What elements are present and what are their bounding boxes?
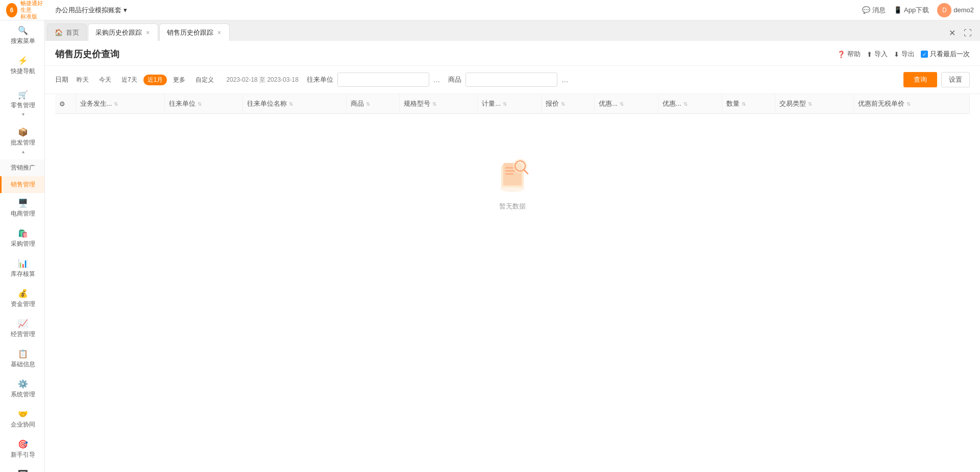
tab-sales-history[interactable]: 销售历史价跟踪 × — [159, 23, 230, 41]
partner-dots-btn[interactable]: ... — [433, 75, 440, 84]
partner-label: 往来单位 — [307, 75, 333, 84]
sidebar-item-quick-nav[interactable]: ⚡ 快捷导航 — [0, 51, 44, 81]
export-btn[interactable]: ⬇ 导出 — [894, 50, 915, 59]
only-last-checkbox[interactable]: ✓ 只看最后一次 — [921, 50, 970, 59]
search-icon: 🔍 — [18, 26, 28, 35]
svg-rect-4 — [505, 170, 516, 172]
table-header-row: ⚙ 业务发生... ⇅ 往来单位 ⇅ — [55, 94, 970, 114]
goods-input[interactable] — [465, 73, 557, 87]
sort-icon: ⇅ — [432, 101, 436, 107]
th-discount2[interactable]: 优惠... ⇅ — [658, 94, 722, 114]
date-options: 昨天 今天 近7天 近1月 更多 自定义 — [72, 75, 218, 85]
sidebar-item-new-guide[interactable]: 🎯 新手引导 — [0, 434, 44, 464]
target-icon: 🎯 — [18, 439, 28, 449]
sidebar-item-label: 资金管理 — [11, 300, 35, 309]
sidebar-item-basic[interactable]: 📋 基础信息 — [0, 344, 44, 374]
sidebar-item-label: 新手引导 — [11, 451, 35, 459]
maximize-btn[interactable]: ⛶ — [962, 28, 974, 39]
date-filter-group: 日期 昨天 今天 近7天 近1月 更多 自定义 — [55, 75, 218, 85]
chevron-down-icon: ▾ — [22, 111, 24, 117]
main-layout: 🔍 搜索菜单 ⚡ 快捷导航 🛒 零售管理 ▾ 📦 批发管理 ▴ 营销推广 销售管 — [0, 20, 980, 472]
sidebar-item-label: 经营管理 — [11, 330, 35, 339]
lightning-icon: ⚡ — [18, 56, 28, 65]
chevron-down-icon: ▾ — [124, 6, 127, 14]
content-area: 🏠 首页 采购历史价跟踪 × 销售历史价跟踪 × ✕ ⛶ 销售历史价查询 — [45, 20, 980, 472]
tab-purchase-history[interactable]: 采购历史价跟踪 × — [88, 23, 158, 41]
user-area[interactable]: D demo2 — [937, 3, 974, 17]
logo-text: 畅捷通好生意 标准版 — [20, 0, 47, 20]
sidebar-item-retail[interactable]: 🛒 零售管理 ▾ — [0, 85, 44, 122]
date-option-today[interactable]: 今天 — [95, 75, 115, 85]
sidebar-item-sales-mgmt[interactable]: 销售管理 — [0, 176, 44, 193]
cart-icon: 🛒 — [18, 90, 28, 100]
th-quantity[interactable]: 数量 ⇅ — [722, 94, 775, 114]
chart-icon: 📊 — [18, 258, 28, 268]
close-tab-btn[interactable]: ✕ — [947, 27, 958, 39]
empty-state: 暂无数据 — [55, 114, 970, 252]
filter-area: 日期 昨天 今天 近7天 近1月 更多 自定义 2023-02-18 至 202… — [45, 66, 980, 94]
date-option-yesterday[interactable]: 昨天 — [72, 75, 93, 85]
tab-close-purchase[interactable]: × — [145, 28, 151, 37]
sidebar-item-app-center[interactable]: 🔲 应用中心 — [0, 464, 44, 472]
th-trade-type[interactable]: 交易类型 ⇅ — [775, 94, 853, 114]
th-pre-tax-price[interactable]: 优惠前无税单价 ⇅ — [853, 94, 969, 114]
trend-icon: 📈 — [18, 319, 28, 328]
goods-dots-btn[interactable]: ... — [561, 75, 568, 84]
tab-home[interactable]: 🏠 首页 — [47, 23, 87, 41]
date-range-display: 2023-02-18 至 2023-03-18 — [226, 76, 298, 84]
sidebar-item-ecom[interactable]: 🖥️ 电商管理 — [0, 193, 44, 223]
gear-icon: ⚙️ — [18, 379, 28, 389]
th-settings[interactable]: ⚙ — [55, 94, 76, 114]
page-title: 销售历史价查询 — [55, 48, 119, 60]
sort-icon: ⇅ — [561, 101, 565, 107]
th-discount1[interactable]: 优惠... ⇅ — [595, 94, 658, 114]
avatar: D — [937, 3, 951, 17]
message-action[interactable]: 💬 消息 — [862, 6, 886, 15]
settings-button[interactable]: 设置 — [941, 72, 970, 87]
logo-area: 6 畅捷通好生意 标准版 — [6, 0, 47, 20]
tab-bar-right: ✕ ⛶ — [943, 27, 978, 41]
date-option-custom[interactable]: 自定义 — [191, 75, 218, 85]
sidebar-item-finance[interactable]: 💰 资金管理 — [0, 284, 44, 314]
date-option-more[interactable]: 更多 — [169, 75, 189, 85]
svg-rect-5 — [505, 173, 513, 175]
th-partner-code[interactable]: 往来单位 ⇅ — [164, 94, 242, 114]
handshake-icon: 🤝 — [18, 409, 28, 419]
th-quoted-price[interactable]: 报价 ⇅ — [542, 94, 595, 114]
query-button[interactable]: 查询 — [903, 72, 937, 87]
sidebar-item-inventory[interactable]: 📊 库存核算 — [0, 253, 44, 284]
date-option-7days[interactable]: 近7天 — [117, 75, 141, 85]
partner-input[interactable] — [337, 73, 429, 87]
app-download-action[interactable]: 📱 App下载 — [894, 6, 929, 15]
app-selector[interactable]: 办公用品行业模拟账套 ▾ — [51, 4, 131, 17]
sort-icon: ⇅ — [808, 101, 812, 107]
help-btn[interactable]: ❓ 帮助 — [837, 50, 861, 59]
sidebar-item-label: 库存核算 — [11, 270, 35, 278]
sidebar-item-label: 电商管理 — [11, 209, 35, 218]
th-spec[interactable]: 规格型号 ⇅ — [399, 94, 477, 114]
page-content: 销售历史价查询 ❓ 帮助 ⬆ 导入 ⬇ 导出 ✓ — [45, 41, 980, 472]
sidebar-item-system[interactable]: ⚙️ 系统管理 — [0, 374, 44, 404]
sort-icon: ⇅ — [906, 101, 911, 107]
th-biz-date[interactable]: 业务发生... ⇅ — [76, 94, 164, 114]
sort-icon: ⇅ — [620, 101, 624, 107]
sidebar-item-marketing[interactable]: 营销推广 — [0, 159, 44, 176]
sidebar-item-label: 销售管理 — [11, 181, 35, 188]
sidebar-item-purchase[interactable]: 🛍️ 采购管理 — [0, 223, 44, 253]
sidebar-item-ops[interactable]: 📈 经营管理 — [0, 314, 44, 344]
top-bar: 6 畅捷通好生意 标准版 办公用品行业模拟账套 ▾ 💬 消息 📱 App下载 D… — [0, 0, 980, 20]
box-icon: 📦 — [18, 127, 28, 137]
th-goods[interactable]: 商品 ⇅ — [346, 94, 399, 114]
shopping-icon: 🛍️ — [18, 228, 28, 238]
sidebar-item-enterprise-coop[interactable]: 🤝 企业协同 — [0, 404, 44, 434]
import-btn[interactable]: ⬆ 导入 — [867, 50, 888, 59]
sort-icon: ⇅ — [198, 101, 202, 107]
th-unit[interactable]: 计量... ⇅ — [478, 94, 542, 114]
tab-close-sales[interactable]: × — [216, 28, 222, 37]
sidebar-item-wholesale[interactable]: 📦 批发管理 ▴ — [0, 122, 44, 159]
date-option-1month[interactable]: 近1月 — [143, 75, 167, 85]
th-partner-name[interactable]: 往来单位名称 ⇅ — [242, 94, 346, 114]
sidebar-item-label: 零售管理 — [11, 101, 35, 110]
sidebar-item-search-menu[interactable]: 🔍 搜索菜单 — [0, 20, 44, 51]
table-header: ⚙ 业务发生... ⇅ 往来单位 ⇅ — [55, 94, 970, 114]
